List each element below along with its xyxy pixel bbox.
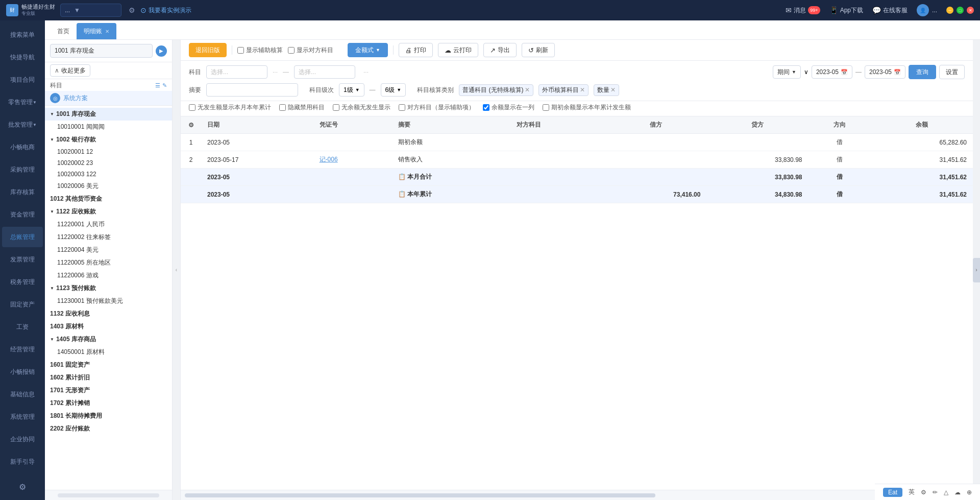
sidebar-item-search[interactable]: 搜索菜单 [2, 25, 43, 45]
tag-remove-1[interactable]: ✕ [580, 86, 585, 93]
sidebar-item-funds[interactable]: 资金管理 [2, 204, 43, 225]
bottom-icon-5[interactable]: ⊕ [967, 489, 972, 496]
level-end-select[interactable]: 6级 ▼ [381, 83, 406, 97]
scheme-label[interactable]: 系统方案 [63, 94, 88, 103]
horizontal-scrollbar[interactable] [185, 493, 655, 497]
bottom-icon-2[interactable]: ✏ [933, 489, 938, 496]
app-download-btn[interactable]: 📱 App下载 [829, 6, 863, 15]
panel-collapse-btn[interactable]: ‹ [173, 40, 181, 500]
sidebar-item-expense[interactable]: 小畅报销 [2, 362, 43, 382]
tab-close-icon[interactable]: ✕ [105, 29, 109, 34]
tree-expand-icon[interactable]: ☰ [155, 82, 160, 89]
tree-item-10020003[interactable]: 10020003 122 [45, 169, 172, 180]
sidebar-item-collab[interactable]: 企业协同 [2, 429, 43, 449]
tree-scrollbar[interactable] [45, 490, 172, 500]
tree-item-11220006[interactable]: 11220006 游戏 [45, 269, 172, 282]
bottom-icon-4[interactable]: ☁ [954, 489, 961, 496]
current-account-display[interactable]: 1001 库存现金 [50, 44, 153, 58]
tree-item-11220001[interactable]: 11220001 人民币 [45, 218, 172, 231]
sidebar-item-invoice[interactable]: 发票管理 [2, 249, 43, 270]
maximize-btn[interactable]: □ [957, 7, 964, 14]
tree-item-11220004[interactable]: 11220004 美元 [45, 244, 172, 256]
tree-item-1801[interactable]: 1801 长期待摊费用 [45, 410, 172, 422]
settings-btn[interactable]: 设置 [939, 65, 965, 79]
check-counter-subject[interactable]: 对方科目（显示辅助项） [399, 103, 475, 112]
filter-tag-2[interactable]: 数量 ✕ [594, 84, 619, 96]
tree-item-1601[interactable]: 1601 固定资产 [45, 359, 172, 371]
minimize-btn[interactable]: ─ [946, 7, 953, 14]
tree-search-icon[interactable]: ✎ [162, 82, 167, 89]
user-info[interactable]: 👤 ... [917, 4, 937, 16]
sidebar-item-ledger[interactable]: 总账管理 [2, 227, 43, 247]
cloud-print-btn[interactable]: ☁ 云打印 [438, 43, 478, 57]
messages-btn[interactable]: ✉ 消息 99+ [786, 6, 820, 15]
print-btn[interactable]: 🖨 打印 [399, 43, 433, 57]
sidebar-item-retail[interactable]: 零售管理 ▼ [2, 92, 43, 112]
sidebar-item-system[interactable]: 系统管理 [2, 407, 43, 427]
subject-input[interactable]: 选择... [206, 65, 267, 79]
tree-item-10010001[interactable]: 10010001 闻闻闻 [45, 121, 172, 133]
check-hide-disabled[interactable]: 隐藏禁用科目 [279, 103, 325, 112]
filter-tag-0[interactable]: 普通科目 (无特殊核算) ✕ [459, 84, 533, 96]
filter-tag-1[interactable]: 外币核算科目 ✕ [538, 84, 589, 96]
check-balance-one-col[interactable]: 余额显示在一列 [483, 103, 534, 112]
show-counter-check[interactable]: 显示对方科目 [288, 46, 333, 55]
tree-item-1123[interactable]: ▼ 1123 预付账款 [45, 282, 172, 295]
tab-detail-ledger[interactable]: 明细账 ✕ [77, 23, 116, 39]
check-no-balance[interactable]: 无余额无发生显示 [333, 103, 390, 112]
demo-link[interactable]: ⊙ 我要看实例演示 [140, 6, 191, 15]
tree-item-1702[interactable]: 1702 累计摊销 [45, 397, 172, 410]
tree-item-2202[interactable]: 2202 应付账款 [45, 422, 172, 435]
settings-icon[interactable]: ⚙ [129, 6, 135, 14]
tree-item-10020006[interactable]: 10020006 美元 [45, 180, 172, 193]
account-nav-btn[interactable]: ▶ [156, 45, 167, 57]
tree-item-1403[interactable]: 1403 原材料 [45, 320, 172, 333]
bottom-icon-3[interactable]: △ [944, 489, 948, 496]
tree-item-11220005[interactable]: 11220005 所在地区 [45, 256, 172, 269]
tree-item-11220002[interactable]: 11220002 往来标签 [45, 231, 172, 244]
sidebar-item-wholesale[interactable]: 批发管理 ▼ [2, 114, 43, 135]
tree-item-14050001[interactable]: 14050001 原材料 [45, 346, 172, 359]
show-aux-check[interactable]: 显示辅助核算 [237, 46, 283, 55]
sidebar-item-project[interactable]: 项目合同 [2, 69, 43, 90]
period-mode-select[interactable]: 期间 ▼ [773, 65, 801, 79]
query-btn[interactable]: 查询 [909, 65, 936, 79]
sidebar-item-purchase[interactable]: 采购管理 [2, 159, 43, 180]
sidebar-item-fixed[interactable]: 固定资产 [2, 294, 43, 315]
close-btn[interactable]: ✕ [967, 7, 974, 14]
summary-input[interactable] [206, 83, 298, 97]
row-voucher[interactable]: 记-006 [313, 151, 392, 169]
return-old-btn[interactable]: 退回旧版 [189, 43, 227, 57]
col-gear[interactable]: ⚙ [181, 116, 201, 134]
right-collapse-btn[interactable]: › [973, 258, 980, 282]
sidebar-item-quicknav[interactable]: 快捷导航 [2, 47, 43, 67]
tree-item-1002[interactable]: ▼ 1002 银行存款 [45, 133, 172, 146]
eat-btn[interactable]: Eat [883, 488, 902, 497]
period-start-input[interactable]: 2023-05 📅 [812, 65, 852, 79]
lang-switch[interactable]: 英 [909, 488, 915, 496]
tag-remove-0[interactable]: ✕ [525, 86, 530, 93]
tag-remove-2[interactable]: ✕ [610, 86, 616, 93]
amount-format-btn[interactable]: 金额式 ▼ [348, 43, 388, 57]
expand-more-btn[interactable]: ∧ 收起更多 [50, 64, 90, 77]
tree-item-1405[interactable]: ▼ 1405 库存商品 [45, 333, 172, 346]
tree-item-1132[interactable]: 1132 应收利息 [45, 307, 172, 320]
tree-item-10020002[interactable]: 10020002 23 [45, 157, 172, 169]
online-service-btn[interactable]: 💬 在线客服 [872, 6, 908, 15]
sidebar-item-inventory[interactable]: 库存核算 [2, 182, 43, 202]
sidebar-item-payroll[interactable]: 工资 [2, 317, 43, 337]
sidebar-item-guide[interactable]: 新手引导 [2, 451, 43, 472]
sidebar-item-ecom[interactable]: 小畅电商 [2, 137, 43, 157]
tree-item-1001[interactable]: ▼ 1001 库存现金 [45, 108, 172, 121]
sidebar-settings-icon[interactable]: ⚙ [19, 482, 26, 492]
bottom-icon-1[interactable]: ⚙ [921, 489, 926, 496]
refresh-btn[interactable]: ↺ 刷新 [522, 43, 555, 57]
tree-item-1701[interactable]: 1701 无形资产 [45, 384, 172, 397]
tree-item-1012[interactable]: 1012 其他货币资金 [45, 193, 172, 205]
tree-item-11230001[interactable]: 11230001 预付账款美元 [45, 295, 172, 307]
export-btn[interactable]: ↗ 导出 [483, 43, 517, 57]
sidebar-item-base[interactable]: 基础信息 [2, 384, 43, 404]
check-initial-balance[interactable]: 期初余额显示本年累计发生额 [543, 103, 631, 112]
level-start-select[interactable]: 1级 ▼ [339, 83, 364, 97]
company-selector[interactable]: ... ▼ [60, 4, 121, 17]
